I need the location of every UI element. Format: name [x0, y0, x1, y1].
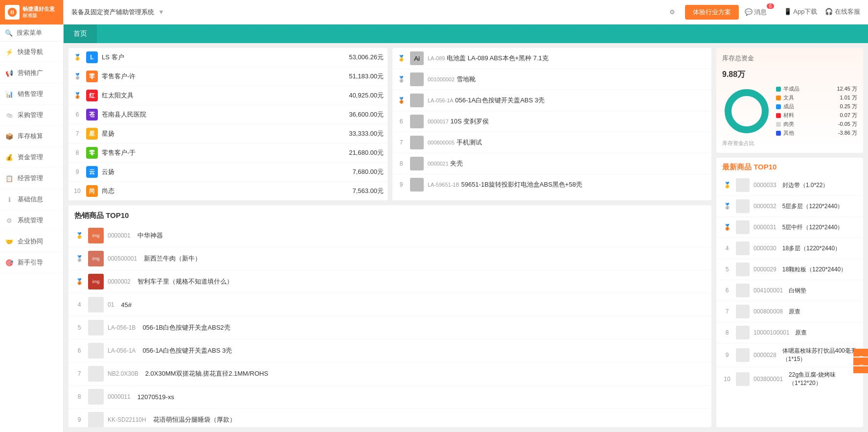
customer-value: 7,563.00元: [352, 187, 384, 195]
legend-item-meat: 肉类 -0.05 万: [776, 120, 857, 128]
trial-btn[interactable]: 体验行业方案: [685, 5, 739, 20]
list-item: 10 003800001 22g鱼豆腐-烧烤味（1*12*20）: [716, 367, 863, 391]
dropdown-arrow-icon[interactable]: ▼: [158, 8, 164, 16]
logo-text: 畅捷通好生意 标准版: [23, 6, 55, 18]
customer-badge: 尚: [86, 185, 98, 197]
legend-color-dot: [776, 96, 781, 100]
megaphone-icon: 📢: [5, 69, 14, 77]
sidebar-item-inventory[interactable]: 📦 库存核算: [0, 126, 63, 147]
product-thumbnail: [736, 241, 750, 255]
sidebar-item-quicknav[interactable]: ⚡ 快捷导航: [0, 42, 63, 63]
app-download-btn[interactable]: 📱 App下载: [784, 7, 817, 16]
customer-badge: 零: [86, 71, 98, 82]
table-row: 9 云 云扬 7,680.00元: [69, 163, 388, 182]
sidebar-item-collab[interactable]: 🤝 企业协同: [0, 231, 63, 252]
product-thumbnail: [88, 343, 104, 359]
list-item: 9 0000028 体嗯嘉枚味苏打饮品400毫升（1*15）: [716, 343, 863, 367]
product-info: LA-089 电池盖 LA-089 ABS本色+黑种 7.1克: [428, 54, 708, 63]
customer-name: 零售客户-许: [102, 72, 345, 81]
sidebar-item-guide[interactable]: 🎯 新手引导: [0, 252, 63, 273]
rank-number: 9: [396, 181, 406, 188]
table-row: 🥇 L LS 客户 53,006.26元: [69, 48, 388, 67]
sidebar-item-marketing[interactable]: 📢 营销推广: [0, 63, 63, 84]
manage-icon: 📋: [5, 174, 14, 183]
sidebar-item-sales[interactable]: 📊 销售管理: [0, 84, 63, 105]
table-row: 🥈 零 零售客户-许 51,183.00元: [69, 67, 388, 86]
product-thumbnail: [736, 199, 750, 213]
product-img: Ai: [410, 51, 424, 65]
rank-medal-icon: 🥇: [396, 55, 406, 62]
right-section: 库存总资金 9.88万: [716, 43, 868, 432]
top-tables-section: 🥇 L LS 客户 53,006.26元 🥈 零 零售客户-许 51,183.0…: [69, 48, 711, 200]
legend-color-dot: [776, 131, 781, 136]
customer-name: 云扬: [102, 168, 348, 176]
list-item: 🥇 img 0000001 中华神器: [69, 224, 711, 247]
content-area: 🥇 L LS 客户 53,006.26元 🥈 零 零售客户-许 51,183.0…: [64, 43, 868, 432]
table-row: 7 星 星扬 33,333.00元: [69, 124, 388, 144]
rank-number: 9: [72, 168, 82, 175]
product-thumbnail: img: [88, 251, 104, 266]
sidebar-item-system[interactable]: ⚙ 系统管理: [0, 210, 63, 231]
home-icon: ⚡: [5, 48, 14, 56]
list-item: 8 0000011 12070519-xs: [69, 385, 711, 408]
customer-name: 苍南县人民医院: [102, 110, 345, 119]
table-row: 6 苍 苍南县人民医院 36,600.00元: [69, 105, 388, 124]
legend-color-dot: [776, 122, 781, 127]
sidebar-item-manage[interactable]: 📋 经营管理: [0, 168, 63, 189]
sidebar-item-basics[interactable]: ℹ 基础信息: [0, 189, 63, 210]
list-item: 8 10000100001 原查: [716, 322, 863, 343]
sidebar-item-finance[interactable]: 💰 资金管理: [0, 147, 63, 168]
inventory-title: 库存总资金: [722, 54, 857, 63]
tab-home[interactable]: 首页: [64, 24, 97, 43]
sidebar-logo: 畅捷通好生意 标准版: [0, 0, 63, 24]
float-service-panel: 客服热线 服务社区 直播: [853, 349, 868, 373]
rank-medal-icon: 🥇: [74, 232, 84, 239]
product-info: 0000021 夹壳: [428, 159, 708, 168]
hot-sell-title: 热销商品 TOP10: [69, 205, 711, 224]
rank-medal-icon: 🥈: [72, 73, 82, 80]
topbar: 装备及固定资产辅助管理系统 ▼ ⚙ 体验行业方案 💬 消息 6 📱 App下载 …: [64, 0, 868, 24]
customer-service-hotline-btn[interactable]: 客服热线: [853, 349, 868, 357]
money-icon: 💰: [5, 153, 14, 162]
rank-medal-icon: 🥈: [74, 255, 84, 262]
table-row: 🥉 红 红太阳文具 40,925.00元: [69, 86, 388, 105]
product-sales-top10-card: 🥇 Ai LA-089 电池盖 LA-089 ABS本色+黑种 7.1克 🥈 0…: [392, 48, 711, 200]
new-products-title: 最新商品 TOP10: [716, 158, 863, 175]
product-img: [410, 157, 424, 170]
product-info: 000800005 手机测试: [428, 138, 708, 147]
service-community-btn[interactable]: 服务社区: [853, 358, 868, 365]
search-menu-item[interactable]: 🔍 搜索菜单: [0, 24, 63, 42]
notification-btn[interactable]: 💬 消息 6: [745, 7, 777, 17]
rank-medal-icon: 🥉: [72, 92, 82, 99]
legend-item-material: 材料 0.07 万: [776, 112, 857, 119]
legend-item-semifinished: 半成品 12.45 万: [776, 85, 857, 93]
settings-button[interactable]: ⚙: [665, 5, 679, 19]
product-info: 001000002 雪地靴: [428, 75, 708, 84]
online-service-btn[interactable]: 🎧 在线客服: [825, 7, 860, 16]
live-broadcast-btn[interactable]: 直播: [853, 366, 868, 373]
customer-value: 7,680.00元: [352, 168, 384, 176]
list-item: 🥇 0000033 封边带（1.0*22）: [716, 175, 863, 196]
settings-icon: ⚙: [5, 216, 14, 225]
product-info: LA-056-1A 056-1A白色按键开关盖ABS 3壳: [428, 96, 708, 105]
inventory-donut-chart: [722, 87, 771, 136]
customer-badge: 零: [86, 147, 98, 159]
rank-medal-icon: 🥉: [74, 278, 84, 285]
product-sales-table: 🥇 Ai LA-089 电池盖 LA-089 ABS本色+黑种 7.1克 🥈 0…: [392, 48, 711, 195]
product-img: [410, 178, 424, 192]
legend-color-dot: [776, 104, 781, 109]
rank-medal-icon: 🥇: [72, 54, 82, 61]
list-item: 7 000800008 原查: [716, 301, 863, 322]
topbar-right: 💬 消息 6 📱 App下载 🎧 在线客服: [745, 7, 860, 17]
product-info: LA-59651-1B 59651-1B旋转投影灯电池盒ABS黑色+58壳: [428, 180, 708, 189]
sidebar-item-purchase[interactable]: 🛍 采购管理: [0, 105, 63, 126]
inventory-card: 库存总资金 9.88万: [716, 48, 863, 153]
table-row: 9 LA-59651-1B 59651-1B旋转投影灯电池盒ABS黑色+58壳: [392, 174, 711, 195]
product-thumbnail: [88, 320, 104, 336]
list-item: 🥉 img 0000002 智利车子里（规格不知道填什么）: [69, 270, 711, 293]
product-thumbnail: img: [88, 274, 104, 289]
customer-value: 51,183.00元: [349, 72, 384, 81]
table-row: 🥇 Ai LA-089 电池盖 LA-089 ABS本色+黑种 7.1克: [392, 48, 711, 69]
list-item: 4 01 45#: [69, 293, 711, 316]
customer-value: 53,006.26元: [349, 53, 384, 62]
